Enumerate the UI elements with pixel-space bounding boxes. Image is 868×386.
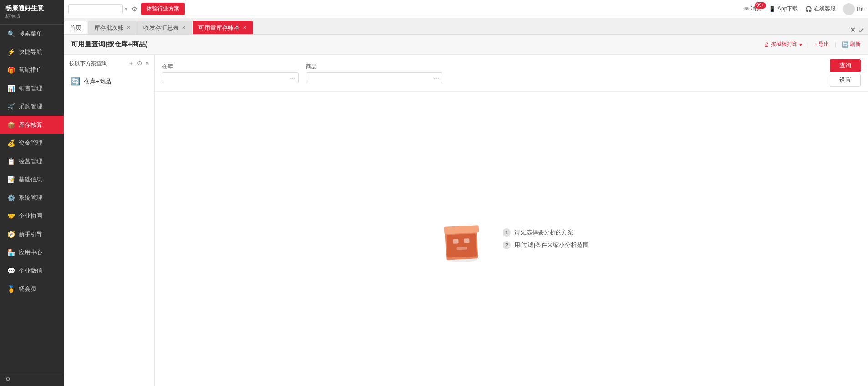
collapse-panel-icon[interactable]: « [145, 59, 149, 67]
sidebar-item-wechat[interactable]: 💬企业微信 [0, 262, 64, 280]
goods-label: 商品 [306, 63, 442, 71]
tab-home[interactable]: 首页 [64, 21, 87, 34]
sidebar-item-purchase[interactable]: 🛒采购管理 [0, 98, 64, 116]
scheme-label: 仓库+商品 [84, 77, 111, 86]
sidebar-item-basic[interactable]: 📝基础信息 [0, 170, 64, 189]
tab-receipts-close-icon[interactable]: ✕ [182, 25, 186, 31]
sidebar-icon-enterprise: 🤝 [7, 212, 15, 220]
sidebar-icon-operations: 📋 [7, 158, 15, 165]
sidebar-icon-newbie: 🧭 [7, 231, 15, 238]
svg-rect-6 [456, 247, 467, 250]
right-panel: 仓库 ··· 商品 ··· 查询 设置 [155, 55, 868, 386]
customer-service-button[interactable]: 🎧 在线客服 [805, 5, 836, 13]
app-download-button[interactable]: 📱 App下载 [769, 5, 798, 13]
export-button[interactable]: ↑ 导出 [814, 41, 829, 48]
search-input[interactable] [68, 4, 123, 14]
settings-scheme-icon[interactable]: ⊙ [137, 59, 142, 67]
refresh-icon: 🔄 [842, 41, 848, 48]
phone-icon: 📱 [769, 6, 776, 12]
empty-hint-2: 2 用[过滤]条件来缩小分析范围 [503, 241, 589, 249]
sidebar-icon-apps: 🏪 [7, 249, 15, 256]
refresh-label: 刷新 [850, 41, 861, 48]
sidebar-icon-marketing_promo: 🎁 [7, 67, 15, 74]
sidebar-item-finance[interactable]: 💰资金管理 [0, 134, 64, 152]
sidebar-item-newbie[interactable]: 🧭新手引导 [0, 225, 64, 243]
sidebar-item-system[interactable]: ⚙️系统管理 [0, 189, 64, 207]
filter-actions: 查询 设置 [830, 59, 861, 87]
tab-batch-label: 库存批次账 [94, 24, 124, 32]
hint-num-1: 1 [503, 228, 511, 237]
user-menu[interactable]: Rit [843, 3, 863, 15]
empty-hint: 1 请先选择要分析的方案 2 用[过滤]条件来缩小分析范围 [503, 228, 589, 249]
headset-icon: 🎧 [805, 6, 812, 12]
warehouse-input[interactable] [165, 75, 290, 81]
svg-rect-5 [464, 238, 470, 243]
sidebar-item-sales[interactable]: 📊销售管理 [0, 79, 64, 98]
sidebar-item-marketing_promo[interactable]: 🎁营销推广 [0, 61, 64, 79]
divider2: | [835, 41, 836, 48]
app-subtitle: 标准版 [5, 13, 58, 20]
sidebar-icon-system: ⚙️ [7, 194, 15, 201]
tab-close-all-icon[interactable]: ✕ [850, 26, 856, 34]
sidebar-item-inventory[interactable]: 📦库存核算 [0, 116, 64, 134]
query-button[interactable]: 查询 [830, 59, 861, 72]
page-title: 可用量查询(按仓库+商品) [71, 40, 764, 49]
sidebar-item-operations[interactable]: 📋经营管理 [0, 152, 64, 170]
sidebar-label-system: 系统管理 [19, 194, 42, 202]
tab-receipts[interactable]: 收发存汇总表 ✕ [137, 21, 192, 34]
settings-button[interactable]: 设置 [830, 74, 861, 87]
customer-service-label: 在线客服 [814, 5, 836, 13]
warehouse-dots-icon[interactable]: ··· [290, 74, 295, 82]
goods-input[interactable] [309, 75, 434, 81]
tab-available-label: 可用量库存账本 [198, 24, 240, 32]
svg-rect-3 [447, 233, 477, 257]
scheme-warehouse-goods[interactable]: 🔄 仓库+商品 [64, 72, 154, 90]
tab-expand-icon[interactable]: ⤢ [858, 26, 864, 34]
search-dropdown-icon[interactable]: ▾ [125, 5, 128, 12]
goods-dots-icon[interactable]: ··· [434, 74, 439, 82]
sidebar-item-search[interactable]: 🔍搜索菜单 [0, 25, 64, 43]
add-scheme-icon[interactable]: ＋ [128, 59, 134, 67]
warehouse-input-wrapper: ··· [162, 72, 299, 83]
tab-batch[interactable]: 库存批次账 ✕ [88, 21, 137, 34]
tab-available[interactable]: 可用量库存账本 ✕ [193, 21, 253, 34]
gear-icon[interactable]: ⚙ [132, 5, 137, 13]
topbar-right: ✉ 消息 99+ 📱 App下载 🎧 在线客服 Rit [744, 3, 863, 15]
industry-solution-button[interactable]: 体验行业方案 [141, 3, 185, 15]
sidebar-icon-member: 🏅 [7, 285, 15, 293]
tab-available-close-icon[interactable]: ✕ [243, 25, 247, 31]
tab-home-label: 首页 [70, 24, 81, 32]
empty-box-svg [434, 211, 489, 266]
topbar-search: ▾ [68, 4, 128, 14]
sidebar-item-enterprise[interactable]: 🤝企业协同 [0, 207, 64, 225]
hint-text-2: 用[过滤]条件来缩小分析范围 [514, 241, 589, 249]
sidebar-icon-sales: 📊 [7, 85, 15, 92]
empty-state: 1 请先选择要分析的方案 2 用[过滤]条件来缩小分析范围 [155, 92, 868, 386]
sidebar-label-sales: 销售管理 [19, 84, 42, 93]
sidebar-icon-shortcut: ⚡ [7, 48, 15, 56]
sidebar-item-apps[interactable]: 🏪应用中心 [0, 243, 64, 262]
svg-rect-4 [453, 239, 459, 244]
sidebar-label-search: 搜索菜单 [19, 30, 42, 38]
sidebar-label-wechat: 企业微信 [19, 267, 42, 275]
avatar [843, 3, 855, 15]
tab-batch-close-icon[interactable]: ✕ [127, 25, 131, 31]
sidebar-label-basic: 基础信息 [19, 175, 42, 184]
sidebar-icon-search: 🔍 [7, 30, 15, 37]
sidebar-label-inventory: 库存核算 [19, 121, 42, 129]
sidebar-label-shortcut: 快捷导航 [19, 48, 42, 56]
print-dropdown-icon[interactable]: ▾ [799, 41, 802, 48]
filter-bar: 仓库 ··· 商品 ··· 查询 设置 [155, 55, 868, 92]
refresh-button[interactable]: 🔄 刷新 [842, 41, 861, 48]
sidebar-label-operations: 经营管理 [19, 157, 42, 165]
sidebar-label-finance: 资金管理 [19, 139, 42, 147]
content-area: 按以下方案查询 ＋ ⊙ « 🔄 仓库+商品 仓库 ··· [64, 55, 868, 386]
tab-receipts-label: 收发存汇总表 [143, 24, 179, 32]
sidebar-item-member[interactable]: 🏅畅会员 [0, 280, 64, 298]
sidebar-label-member: 畅会员 [19, 285, 36, 293]
sidebar-item-shortcut[interactable]: ⚡快捷导航 [0, 43, 64, 61]
empty-illustration [434, 211, 489, 266]
notification-button[interactable]: ✉ 消息 99+ [744, 5, 761, 13]
print-button[interactable]: 🖨 按模板打印 ▾ [764, 41, 802, 48]
sidebar-icon-purchase: 🛒 [7, 103, 15, 110]
